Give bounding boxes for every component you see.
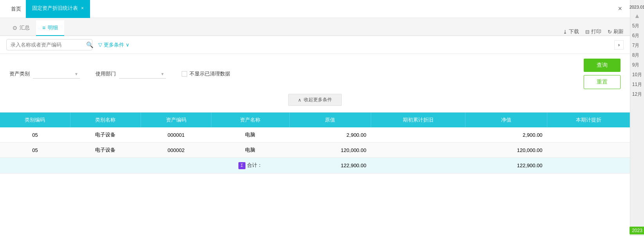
col-original-value: 原值 bbox=[289, 113, 371, 127]
print-icon: ⊟ bbox=[585, 29, 590, 35]
query-button[interactable]: 查询 bbox=[584, 59, 621, 72]
filter-icon: ▽ bbox=[98, 42, 102, 48]
use-dept-label: 使用部门 bbox=[96, 70, 116, 77]
tab-close-icon[interactable]: × bbox=[81, 5, 84, 11]
col-net-value: 净值 bbox=[465, 113, 547, 127]
sidebar-month-item[interactable]: 11月 bbox=[632, 80, 642, 89]
tab-summary[interactable]: ⊙ 汇总 bbox=[6, 20, 36, 36]
download-label: 下载 bbox=[569, 28, 579, 35]
cell-net-value: 120,000.00 bbox=[465, 143, 547, 158]
hide-cleared-label: 不显示已清理数据 bbox=[189, 70, 230, 77]
search-input[interactable] bbox=[6, 39, 92, 50]
summary-icon: ⊙ bbox=[13, 25, 17, 31]
more-conditions-label: 更多条件 bbox=[104, 41, 124, 48]
sidebar-up-button[interactable]: ▲ bbox=[634, 13, 640, 20]
use-dept-select-wrap bbox=[119, 69, 166, 79]
cell-asset-name: 电脑 bbox=[211, 127, 289, 143]
table-header-row: 类别编码 类别名称 资产编码 资产名称 原值 期初累计折旧 净值 本期计提折 bbox=[0, 113, 630, 127]
tab-summary-label: 汇总 bbox=[20, 24, 30, 31]
col-asset-name: 资产名称 bbox=[211, 113, 289, 127]
asset-category-select-wrap bbox=[33, 69, 80, 79]
asset-category-group: 资产类别 bbox=[9, 69, 80, 79]
total-accumulated-depreciation bbox=[371, 158, 465, 173]
reset-button[interactable]: 重置 bbox=[584, 75, 621, 89]
sidebar-month-item[interactable]: 10月 bbox=[632, 70, 642, 80]
asset-category-label: 资产类别 bbox=[9, 70, 30, 77]
print-button[interactable]: ⊟ 打印 bbox=[585, 28, 601, 35]
collapse-conditions-button[interactable]: ∧ 收起更多条件 bbox=[288, 94, 342, 106]
cell-asset-name: 电脑 bbox=[211, 143, 289, 158]
total-current-period bbox=[547, 158, 630, 173]
tab-bar: ⊙ 汇总 ≡ 明细 ⤓ 下载 ⊟ 打印 ↻ 刷新 bbox=[0, 18, 630, 36]
total-original-value: 122,900.00 bbox=[289, 158, 371, 173]
active-tab: 固定资产折旧统计表 × bbox=[26, 0, 90, 18]
home-nav[interactable]: 首页 bbox=[6, 5, 26, 13]
cell-net-value: 2,900.00 bbox=[465, 127, 547, 143]
more-conditions-btn[interactable]: ▽ 更多条件 ∨ bbox=[98, 41, 130, 48]
total-label: Σ合计： bbox=[211, 158, 289, 173]
tab-actions: ⤓ 下载 ⊟ 打印 ↻ 刷新 bbox=[563, 28, 624, 35]
collapse-label: 收起更多条件 bbox=[304, 97, 332, 103]
sidebar-month-item[interactable]: 7月 bbox=[632, 41, 642, 50]
sidebar-month-item[interactable]: 9月 bbox=[632, 60, 642, 70]
table-total-row: Σ合计： 122,900.00 122,900.00 bbox=[0, 158, 630, 173]
cell-asset-code: 000002 bbox=[141, 143, 211, 158]
download-button[interactable]: ⤓ 下载 bbox=[563, 28, 579, 35]
col-current-period: 本期计提折 bbox=[547, 113, 630, 127]
filter-row-1: 资产类别 使用部门 不显示已清理数据 bbox=[9, 59, 621, 89]
hide-cleared-group: 不显示已清理数据 bbox=[182, 70, 230, 77]
total-label-cell bbox=[0, 158, 211, 173]
collapse-up-icon: ∧ bbox=[298, 97, 301, 103]
col-asset-code: 资产编码 bbox=[141, 113, 211, 127]
download-icon: ⤓ bbox=[563, 29, 567, 35]
print-label: 打印 bbox=[591, 28, 601, 35]
sidebar-year-badge[interactable]: 2023 bbox=[630, 227, 644, 234]
table-row: 05 电子设备 000001 电脑 2,900.00 2,900.00 bbox=[0, 127, 630, 143]
asset-category-select[interactable] bbox=[33, 69, 80, 79]
sidebar-month-item[interactable]: 5月 bbox=[632, 21, 642, 31]
cell-accumulated-depreciation bbox=[371, 127, 465, 143]
use-dept-select[interactable] bbox=[119, 69, 166, 79]
expand-panel-button[interactable]: › bbox=[614, 40, 624, 50]
data-table-container: 类别编码 类别名称 资产编码 资产名称 原值 期初累计折旧 净值 本期计提折 0… bbox=[0, 113, 630, 236]
tab-detail[interactable]: ≡ 明细 bbox=[36, 20, 64, 36]
total-net-value: 122,900.00 bbox=[465, 158, 547, 173]
hide-cleared-checkbox[interactable] bbox=[182, 71, 187, 77]
tab-detail-label: 明细 bbox=[48, 24, 58, 31]
top-nav: 首页 固定资产折旧统计表 × × bbox=[0, 0, 630, 18]
use-dept-group: 使用部门 bbox=[96, 69, 166, 79]
refresh-icon: ↻ bbox=[608, 29, 612, 35]
cell-original-value: 120,000.00 bbox=[289, 143, 371, 158]
right-sidebar: 2023.01 ▲ 5月6月7月8月9月10月11月12月 2023 bbox=[630, 0, 644, 236]
search-bar: 🔍 ▽ 更多条件 ∨ › bbox=[0, 36, 630, 54]
cell-current-period bbox=[547, 127, 630, 143]
sidebar-month-item[interactable]: 12月 bbox=[632, 89, 642, 99]
window-close-button[interactable]: × bbox=[616, 3, 624, 14]
detail-icon: ≡ bbox=[42, 25, 45, 31]
refresh-button[interactable]: ↻ 刷新 bbox=[608, 28, 624, 35]
cell-asset-code: 000001 bbox=[141, 127, 211, 143]
refresh-label: 刷新 bbox=[613, 28, 624, 35]
sidebar-month-item[interactable]: 6月 bbox=[632, 31, 642, 41]
cell-category-name: 电子设备 bbox=[70, 127, 141, 143]
sidebar-month-item[interactable]: 8月 bbox=[632, 50, 642, 60]
advanced-filter-panel: 资产类别 使用部门 不显示已清理数据 bbox=[0, 54, 630, 113]
chevron-down-icon: ∨ bbox=[126, 42, 130, 48]
cell-category-name: 电子设备 bbox=[70, 143, 141, 158]
col-category-name: 类别名称 bbox=[70, 113, 141, 127]
active-tab-label: 固定资产折旧统计表 bbox=[32, 5, 78, 12]
col-accumulated-depreciation: 期初累计折旧 bbox=[371, 113, 465, 127]
cell-category-code: 05 bbox=[0, 127, 70, 143]
sidebar-current-date: 2023.01 bbox=[630, 3, 644, 11]
filter-actions: 查询 重置 bbox=[584, 59, 621, 89]
cell-category-code: 05 bbox=[0, 143, 70, 158]
cell-original-value: 2,900.00 bbox=[289, 127, 371, 143]
cell-accumulated-depreciation bbox=[371, 143, 465, 158]
cell-current-period bbox=[547, 143, 630, 158]
data-table: 类别编码 类别名称 资产编码 资产名称 原值 期初累计折旧 净值 本期计提折 0… bbox=[0, 113, 630, 173]
col-category-code: 类别编码 bbox=[0, 113, 70, 127]
table-row: 05 电子设备 000002 电脑 120,000.00 120,000.00 bbox=[0, 143, 630, 158]
